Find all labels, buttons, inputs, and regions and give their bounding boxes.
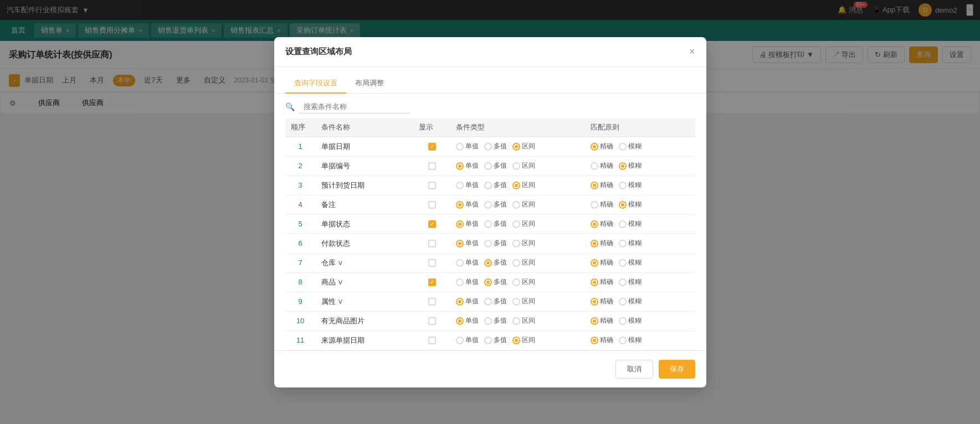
tab-layout-adjust-label: 布局调整 [355, 79, 384, 87]
dialog-overlay: 设置查询区域布局 × 查询字段设置 布局调整 🔍 顺序 条件名称 [0, 0, 980, 114]
dialog-tab-bar: 查询字段设置 布局调整 [274, 67, 706, 94]
settings-dialog: 设置查询区域布局 × 查询字段设置 布局调整 🔍 顺序 条件名称 [274, 37, 706, 115]
dialog-header: 设置查询区域布局 × [274, 37, 706, 67]
tab-query-fields[interactable]: 查询字段设置 [285, 74, 346, 94]
search-input[interactable] [299, 100, 410, 113]
dialog-search-area: 🔍 [274, 94, 706, 115]
dialog-title: 设置查询区域布局 [285, 46, 352, 57]
tab-query-fields-label: 查询字段设置 [294, 79, 337, 87]
dialog-close-button[interactable]: × [689, 46, 695, 58]
tab-layout-adjust[interactable]: 布局调整 [346, 74, 393, 94]
search-icon: 🔍 [285, 102, 295, 111]
